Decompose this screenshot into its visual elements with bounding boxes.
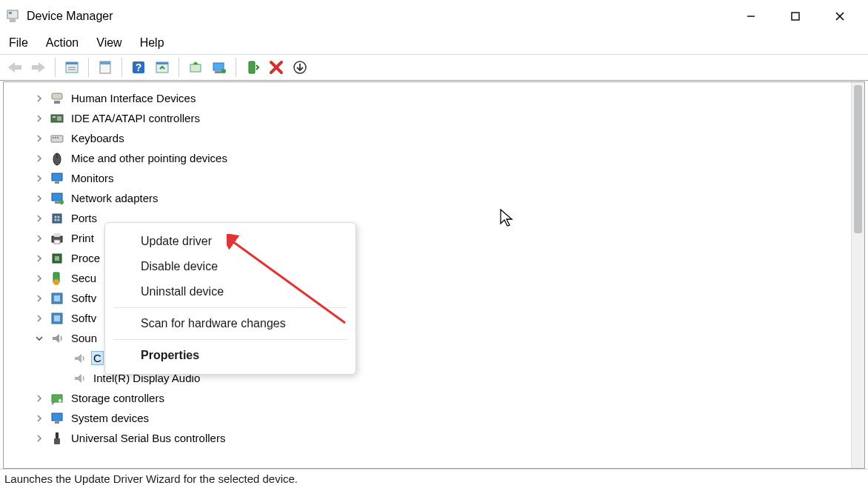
monitor-icon [50,171,64,186]
svg-rect-21 [249,61,255,73]
ctx-update-driver[interactable]: Update driver [105,229,355,254]
scan-hardware-toolbar-button[interactable] [209,57,230,78]
chevron-right-icon[interactable] [33,113,45,124]
tree-node[interactable]: Network adapters [33,188,849,208]
svg-point-42 [55,218,57,221]
tree-node-label: IDE ATA/ATAPI controllers [69,111,202,125]
software-icon [50,311,64,326]
maximize-button[interactable] [773,0,818,32]
toolbar-separator [88,58,89,77]
tree-node-label: Print [69,231,96,245]
forward-button[interactable] [28,57,49,78]
chevron-right-icon[interactable] [33,133,45,144]
chevron-right-icon[interactable] [33,293,45,304]
tree-node-label: Soun [69,331,99,345]
chevron-right-icon[interactable] [33,93,45,104]
tree-node[interactable]: Universal Serial Bus controllers [33,428,849,448]
chevron-right-icon[interactable] [33,153,45,164]
menu-help[interactable]: Help [140,36,164,50]
svg-rect-59 [56,432,59,438]
svg-rect-58 [55,421,59,424]
svg-point-56 [59,399,61,402]
menu-action[interactable]: Action [46,36,79,50]
enable-device-toolbar-button[interactable] [242,57,263,78]
ctx-scan-hardware[interactable]: Scan for hardware changes [105,311,355,336]
menu-view[interactable]: View [96,36,121,50]
tree-node-label: Universal Serial Bus controllers [69,431,227,445]
properties-toolbar-button[interactable] [95,57,116,78]
tree-node-label: Softv [69,291,99,305]
keyboard-icon [50,131,64,146]
svg-rect-18 [213,63,224,70]
svg-rect-45 [54,233,60,237]
svg-rect-12 [100,61,110,64]
show-hidden-button[interactable] [61,57,82,78]
menu-bar: File Action View Help [0,32,868,54]
svg-rect-29 [53,137,54,138]
system-icon [50,411,64,426]
tree-node-label: C [91,351,104,365]
svg-rect-1 [10,19,16,22]
menu-file[interactable]: File [9,36,28,50]
chevron-right-icon[interactable] [33,213,45,224]
close-button[interactable] [818,0,862,32]
chevron-right-icon[interactable] [33,193,45,204]
ctx-uninstall-device[interactable]: Uninstall device [105,279,355,304]
svg-point-20 [221,69,226,73]
chevron-right-icon[interactable] [33,253,45,264]
svg-rect-0 [7,10,18,19]
svg-rect-57 [52,413,62,421]
chevron-right-icon[interactable] [33,392,45,404]
printer-icon [50,231,64,246]
svg-rect-19 [215,71,222,73]
tree-node[interactable]: Mice and other pointing devices [33,148,849,168]
tree-node[interactable]: System devices [33,408,849,428]
scrollbar-thumb[interactable] [854,85,862,233]
usb-icon [50,431,64,446]
window-title: Device Manager [27,10,113,23]
chevron-right-icon[interactable] [33,312,45,324]
back-button[interactable] [4,57,25,78]
refresh-toolbar-button[interactable] [152,57,173,78]
update-driver-toolbar-button[interactable] [185,57,206,78]
tree-node[interactable]: IDE ATA/ATAPI controllers [33,108,849,128]
svg-rect-24 [54,101,60,104]
minimize-button[interactable] [729,0,773,32]
speaker-icon [72,371,87,386]
svg-rect-4 [792,13,799,20]
svg-rect-36 [52,193,62,201]
tree-node[interactable]: Keyboards [33,128,849,148]
chevron-right-icon[interactable] [33,173,45,184]
tree-node[interactable]: Storage controllers [33,388,849,408]
chevron-right-icon[interactable] [33,233,45,244]
svg-rect-8 [66,62,78,64]
chevron-right-icon[interactable] [33,273,45,284]
toolbar-separator [55,58,56,77]
window-controls [729,0,862,32]
svg-rect-27 [57,116,61,121]
install-legacy-toolbar-button[interactable] [290,57,310,78]
svg-rect-37 [55,201,59,204]
tree-node[interactable]: Human Interface Devices [33,88,849,108]
toolbar: ? [0,54,868,81]
sound-icon [50,331,64,346]
software-icon [50,291,64,306]
svg-rect-28 [51,136,63,142]
tree-scrollbar[interactable] [851,82,864,468]
ide-icon [50,111,64,126]
status-text: Launches the Update Driver Wizard for th… [4,472,298,485]
ctx-properties[interactable]: Properties [105,343,355,368]
svg-rect-34 [52,173,62,181]
svg-rect-35 [55,181,59,184]
svg-rect-16 [156,62,168,64]
tree-node[interactable]: Monitors [33,168,849,188]
ctx-disable-device[interactable]: Disable device [105,254,355,279]
svg-rect-23 [52,93,62,99]
help-toolbar-button[interactable]: ? [128,57,149,78]
chevron-down-icon[interactable] [33,332,45,344]
mouse-icon [50,151,64,166]
tree-node-label: Mice and other pointing devices [69,151,230,165]
uninstall-device-toolbar-button[interactable] [266,57,287,78]
chevron-right-icon[interactable] [33,432,45,444]
chevron-right-icon[interactable] [33,412,45,424]
